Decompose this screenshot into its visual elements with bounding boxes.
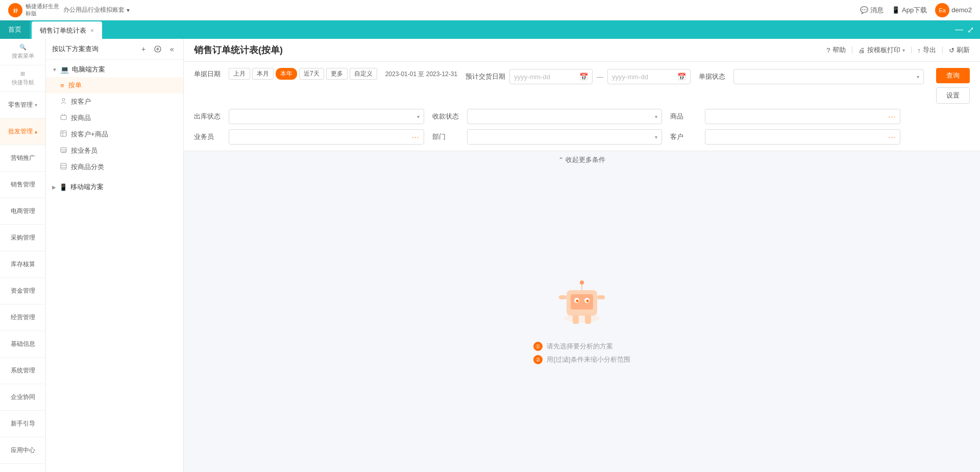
mobile-scheme-group-header[interactable]: ▶ 📱 移动端方案: [46, 179, 183, 195]
shipment-select[interactable]: ▾: [229, 109, 424, 124]
window-maximize-icon[interactable]: ⤢: [967, 25, 974, 35]
sidebar-item-marketing[interactable]: 营销推广: [0, 145, 45, 172]
sidebar-item-collaboration[interactable]: 企业协同: [0, 384, 45, 411]
collapse-bar[interactable]: ⌃ 收起更多条件: [184, 151, 980, 169]
sidebar-basic-info-label: 基础信息: [11, 340, 35, 348]
tab-close-icon[interactable]: ×: [90, 27, 94, 34]
goods-label: 商品: [670, 112, 701, 121]
sidebar-item-app-center[interactable]: 应用中心: [0, 437, 45, 464]
scheme-item-by-goods[interactable]: 按商品: [46, 110, 183, 126]
sidebar-item-ecommerce[interactable]: 电商管理: [0, 198, 45, 225]
date-start-placeholder: yyyy-mm-dd: [514, 73, 550, 81]
sidebar-item-sales[interactable]: 销售管理: [0, 172, 45, 198]
export-label: 导出: [923, 45, 936, 55]
pc-scheme-group: ▼ 💻 电脑端方案 ≡ 按单 按客户: [46, 60, 183, 177]
tab-active[interactable]: 销售订单统计表 ×: [32, 21, 102, 40]
date-btn-more[interactable]: 更多: [326, 68, 348, 80]
expected-date-start-input[interactable]: yyyy-mm-dd 📅: [509, 69, 593, 84]
setting-button[interactable]: 设置: [936, 87, 970, 104]
svg-rect-6: [61, 115, 66, 120]
scheme-item-by-order[interactable]: ≡ 按单: [46, 77, 183, 93]
scheme-customer-label: 按客户: [71, 97, 91, 106]
customer-select[interactable]: ···: [705, 129, 900, 145]
department-label: 部门: [432, 132, 463, 141]
goods-select[interactable]: ···: [705, 109, 900, 124]
mobile-group-label: 移动端方案: [70, 182, 104, 192]
date-btn-custom[interactable]: 自定义: [350, 68, 377, 80]
refresh-btn[interactable]: ↺ 刷新: [949, 45, 970, 55]
sidebar-item-wechat[interactable]: 企业微信: [0, 464, 45, 472]
expected-date-end-input[interactable]: yyyy-mm-dd 📅: [607, 69, 691, 84]
divider3: [942, 46, 943, 54]
svg-point-26: [580, 280, 584, 285]
pc-group-label: 电脑端方案: [72, 65, 105, 74]
download-btn[interactable]: 📱 App下载: [892, 6, 927, 15]
date-btn-7days[interactable]: 近7天: [299, 68, 324, 80]
salesperson-more-icon[interactable]: ···: [412, 133, 420, 141]
scheme-item-by-category[interactable]: 按商品分类: [46, 159, 183, 175]
collapse-panel-btn[interactable]: «: [167, 44, 177, 54]
empty-tip-1-text: 请先选择要分析的方案: [547, 340, 613, 353]
goods-more-icon[interactable]: ···: [888, 112, 896, 121]
breadcrumb-arrow-icon[interactable]: ▾: [127, 7, 130, 14]
sidebar-item-purchase[interactable]: 采购管理: [0, 225, 45, 251]
sidebar-operations-label: 经营管理: [11, 313, 35, 322]
date-label: 单据日期: [194, 69, 225, 79]
top-bar-left: 好 畅捷通好生意 标版 办公用品行业模拟账套 ▾: [8, 3, 130, 17]
calendar-end-icon: 📅: [677, 73, 686, 81]
sidebar-item-guide[interactable]: 新手引导: [0, 411, 45, 437]
sidebar-quick-nav[interactable]: ⊞ 快捷导航: [0, 65, 45, 92]
pc-scheme-group-header[interactable]: ▼ 💻 电脑端方案: [46, 62, 183, 77]
query-button[interactable]: 查询: [936, 68, 970, 83]
date-btn-this-year[interactable]: 本年: [276, 68, 297, 80]
message-btn[interactable]: 💬 消息: [860, 6, 884, 15]
sidebar-item-wholesale[interactable]: 批发管理 ▴: [0, 119, 45, 145]
scheme-salesperson-label: 按业务员: [71, 146, 97, 155]
sidebar-inventory-label: 库存核算: [11, 260, 35, 269]
date-separator: —: [597, 73, 603, 81]
user-area[interactable]: Ea demo2: [935, 3, 972, 17]
sidebar-retail-label: 零售管理: [8, 101, 33, 109]
logo-subtitle: 标版: [26, 10, 59, 17]
window-minimize-icon[interactable]: —: [955, 25, 963, 34]
help-icon: ?: [826, 46, 830, 54]
scheme-goods-icon: [60, 114, 67, 122]
page-title: 销售订单统计表(按单): [194, 44, 283, 56]
date-btn-last-month[interactable]: 上月: [229, 68, 250, 80]
sidebar-collaboration-label: 企业协同: [11, 393, 35, 402]
export-btn[interactable]: ↑ 导出: [918, 45, 937, 55]
sidebar-item-basic-info[interactable]: 基础信息: [0, 331, 45, 358]
scheme-item-by-salesperson[interactable]: 按业务员: [46, 143, 183, 159]
sidebar-item-retail[interactable]: 零售管理 ▾: [0, 92, 45, 119]
payment-select[interactable]: ▾: [467, 109, 663, 124]
print-btn[interactable]: 🖨 按模板打印 ▾: [859, 45, 905, 55]
add-scheme-btn[interactable]: +: [138, 44, 149, 54]
customer-more-icon[interactable]: ···: [888, 133, 896, 141]
left-panel-header: 按以下方案查询 + «: [46, 39, 183, 60]
sidebar-item-finance[interactable]: 资金管理: [0, 278, 45, 304]
scheme-customer-icon: [60, 98, 67, 106]
sidebar-item-system[interactable]: 系统管理: [0, 358, 45, 384]
scheme-item-by-customer[interactable]: 按客户: [46, 93, 183, 110]
scheme-category-icon: [60, 163, 67, 171]
sidebar-search[interactable]: 🔍 搜索菜单: [0, 39, 45, 65]
scheme-item-by-customer-goods[interactable]: 按客户+商品: [46, 126, 183, 143]
sidebar-app-center-label: 应用中心: [11, 446, 35, 455]
page-header-actions: ? 帮助 🖨 按模板打印 ▾ ↑ 导出: [826, 45, 970, 55]
tab-home[interactable]: 首页: [0, 20, 30, 39]
print-label: 按模板打印: [867, 45, 900, 55]
help-btn[interactable]: ? 帮助: [826, 45, 845, 55]
status-select[interactable]: ▾: [733, 69, 924, 84]
calendar-start-icon: 📅: [579, 73, 588, 81]
edit-scheme-btn[interactable]: [153, 44, 163, 54]
sidebar: 🔍 搜索菜单 ⊞ 快捷导航 零售管理 ▾ 批发管理 ▴ 营销推广 销售管理 电商…: [0, 39, 46, 472]
pc-group-collapse-icon: ▼: [52, 67, 57, 73]
date-btn-this-month[interactable]: 本月: [252, 68, 274, 80]
download-label: App下载: [902, 6, 927, 15]
sidebar-item-inventory[interactable]: 库存核算: [0, 251, 45, 278]
sidebar-search-label: 搜索菜单: [12, 52, 34, 60]
message-icon: 💬: [860, 6, 868, 14]
sidebar-item-operations[interactable]: 经营管理: [0, 304, 45, 331]
salesperson-select[interactable]: ···: [229, 129, 424, 145]
department-select[interactable]: ▾: [467, 129, 663, 145]
